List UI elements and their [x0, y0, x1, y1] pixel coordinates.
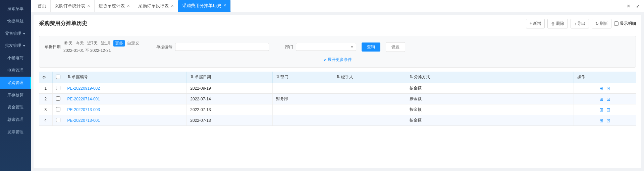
col-settings[interactable]: ⚙ [39, 72, 52, 83]
tab-inbound-stat[interactable]: 进货单统计表 ✕ [95, 0, 134, 12]
doc-no-label: 单据编号 [156, 44, 172, 50]
tab-close-btn[interactable]: ✕ [625, 3, 632, 9]
table-row: 2 PE-20220714-001 2022-07-14 财务部 按金额 ⊞ ⊡ [39, 94, 636, 104]
row-checkbox-cell[interactable] [52, 104, 64, 115]
table-row: 3 PE-20220713-003 2022-07-13 按金额 ⊞ ⊡ [39, 104, 636, 115]
sidebar-item-ledger[interactable]: 总账管理 [0, 113, 31, 126]
row-doc-no: PE-20220713-003 [64, 104, 187, 115]
add-button[interactable]: + 新增 [526, 19, 545, 28]
doc-no-link[interactable]: PE-20220919-002 [67, 86, 100, 91]
row-method: 按金额 [406, 104, 574, 115]
tab-maximize-btn[interactable]: ⤢ [635, 3, 641, 9]
row-checkbox[interactable] [56, 96, 60, 101]
dept-field: 部门 财务部 ▼ [285, 43, 356, 51]
view-icon[interactable]: ⊞ [599, 118, 603, 123]
shortcut-custom[interactable]: 自定义 [126, 40, 140, 47]
view-icon[interactable]: ⊞ [599, 96, 603, 102]
tab-home[interactable]: 首页 [34, 0, 51, 12]
sidebar-item-wholesale[interactable]: 批发管理 ▼ [0, 39, 31, 52]
shortcut-more[interactable]: 更多 [113, 40, 125, 47]
chevron-down-icon: ▼ [22, 32, 26, 35]
row-action: ⊞ ⊡ [574, 115, 636, 126]
dept-select[interactable]: 财务部 [296, 43, 356, 51]
col-dept[interactable]: ⇅ 部门 [272, 72, 333, 83]
shortcut-1month[interactable]: 近1月 [100, 40, 112, 47]
view-icon[interactable]: ⊞ [599, 86, 603, 91]
row-number: 3 [39, 104, 52, 115]
sidebar-item-purchase[interactable]: 采购管理 [0, 77, 31, 89]
close-icon[interactable]: ✕ [127, 4, 130, 8]
row-method: 按金额 [406, 83, 574, 94]
search-button[interactable]: 查询 [362, 42, 380, 52]
tab-bar: 首页 采购订单统计表 ✕ 进货单统计表 ✕ 采购订单执行表 ✕ 采购费用分摊单历… [31, 0, 644, 12]
page-title: 采购费用分摊单历史 [39, 20, 87, 27]
view-icon[interactable]: ⊞ [599, 107, 603, 112]
header-title-area: 采购费用分摊单历史 + 新增 🗑 删除 ↑ 导出 ↻ 刷新 显示明细 [39, 19, 636, 32]
sidebar-item-ecommerce-small[interactable]: 小畅电商 [0, 52, 31, 64]
shortcut-yesterday[interactable]: 昨天 [63, 40, 73, 47]
expand-button[interactable]: ∨ 展开更多条件 [321, 56, 355, 63]
sidebar-item-inventory[interactable]: 库存核算 [0, 89, 31, 101]
tab-purchase-cost-history[interactable]: 采购费用分摊单历史 ✕ [178, 0, 231, 12]
sidebar-item-finance[interactable]: 资金管理 [0, 101, 31, 113]
row-action: ⊞ ⊡ [574, 94, 636, 104]
col-handler[interactable]: ⇅ 经手人 [333, 72, 406, 83]
doc-no-link[interactable]: PE-20220713-003 [67, 107, 100, 112]
close-icon[interactable]: ✕ [223, 3, 226, 8]
row-checkbox-cell[interactable] [52, 115, 64, 126]
row-checkbox-cell[interactable] [52, 94, 64, 104]
close-icon[interactable]: ✕ [87, 4, 90, 8]
col-check[interactable] [52, 72, 64, 83]
sort-icon: ⇅ [276, 75, 279, 79]
row-dept [272, 115, 333, 126]
date-field: 单据日期 昨天 今天 近7天 近1月 更多 自定义 2022-01-01 至 2… [45, 40, 140, 54]
sidebar-item-search[interactable]: 搜索菜单 [0, 3, 31, 15]
sidebar-item-invoice[interactable]: 发票管理 [0, 126, 31, 138]
display-detail-toggle[interactable]: 显示明细 [614, 21, 636, 26]
doc-no-link[interactable]: PE-20220714-001 [67, 97, 100, 101]
refresh-button[interactable]: ↻ 刷新 [592, 19, 611, 28]
sidebar-item-ecommerce[interactable]: 电商管理 [0, 64, 31, 77]
table-header-row: ⚙ ⇅ 单据编号 ⇅ 单据日期 ⇅ 部门 ⇅ [39, 72, 636, 83]
shortcut-today[interactable]: 今天 [75, 40, 85, 47]
row-checkbox-cell[interactable] [52, 83, 64, 94]
row-checkbox[interactable] [56, 107, 60, 111]
col-action: 操作 [574, 72, 636, 83]
col-date[interactable]: ⇅ 单据日期 [187, 72, 272, 83]
sidebar-item-retail[interactable]: 零售管理 ▼ [0, 27, 31, 40]
row-checkbox[interactable] [56, 118, 60, 122]
doc-no-link[interactable]: PE-20220713-001 [67, 118, 100, 123]
more-icon[interactable]: ⊡ [606, 96, 610, 102]
tab-purchase-order-stat[interactable]: 采购订单统计表 ✕ [51, 0, 95, 12]
more-icon[interactable]: ⊡ [606, 86, 610, 91]
more-icon[interactable]: ⊡ [606, 107, 610, 112]
row-doc-no: PE-20220714-001 [64, 94, 187, 104]
row-date: 2022-09-19 [187, 83, 272, 94]
more-icon[interactable]: ⊡ [606, 118, 610, 123]
row-handler [333, 94, 406, 104]
tab-purchase-exec[interactable]: 采购订单执行表 ✕ [134, 0, 178, 12]
sidebar-item-quicknav[interactable]: 快捷导航 [0, 15, 31, 27]
row-doc-no: PE-20220919-002 [64, 83, 187, 94]
row-checkbox[interactable] [56, 86, 60, 90]
row-number: 4 [39, 115, 52, 126]
select-all-checkbox[interactable] [56, 75, 60, 79]
dept-label: 部门 [285, 44, 293, 50]
page-content: 采购费用分摊单历史 + 新增 🗑 删除 ↑ 导出 ↻ 刷新 显示明细 [34, 15, 641, 168]
col-method[interactable]: ⇅ 分摊方式 [406, 72, 574, 83]
close-icon[interactable]: ✕ [171, 4, 174, 8]
row-handler [333, 115, 406, 126]
setting-button[interactable]: 设置 [386, 42, 405, 52]
date-label: 单据日期 [45, 44, 61, 50]
doc-no-field: 单据编号 [156, 43, 269, 51]
col-doc-no[interactable]: ⇅ 单据编号 [64, 72, 187, 83]
table-row: 1 PE-20220919-002 2022-09-19 按金额 ⊞ ⊡ [39, 83, 636, 94]
delete-button[interactable]: 🗑 删除 [547, 19, 568, 28]
export-button[interactable]: ↑ 导出 [571, 19, 589, 28]
shortcut-7days[interactable]: 近7天 [86, 40, 99, 47]
main-area: 首页 采购订单统计表 ✕ 进货单统计表 ✕ 采购订单执行表 ✕ 采购费用分摊单历… [31, 0, 644, 171]
row-date: 2022-07-13 [187, 115, 272, 126]
row-number: 2 [39, 94, 52, 104]
doc-no-input[interactable] [175, 43, 269, 51]
display-detail-checkbox[interactable] [614, 21, 619, 26]
